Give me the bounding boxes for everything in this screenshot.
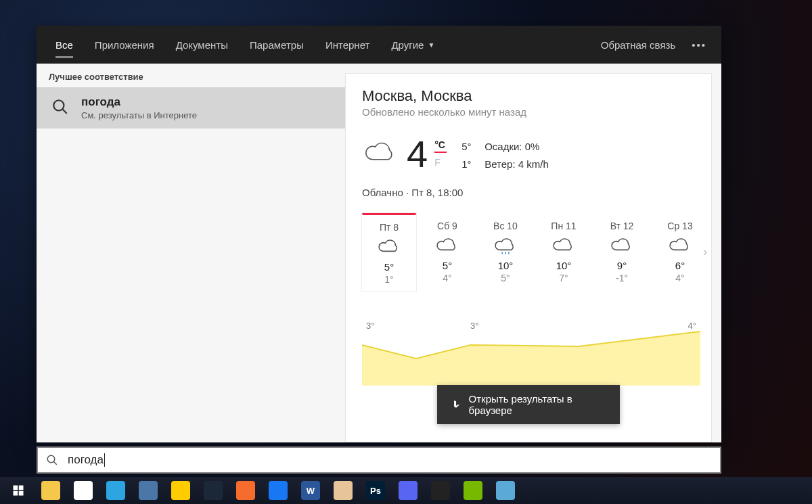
weather-updated: Обновлено несколько минут назад <box>362 106 700 118</box>
origin-icon <box>236 481 255 500</box>
taskbar-notes[interactable] <box>490 477 521 504</box>
search-query: погода <box>68 453 104 467</box>
forecast-day-label: Вт 12 <box>595 221 648 231</box>
search-input[interactable]: погода <box>37 446 721 474</box>
taskbar-paint[interactable] <box>328 477 359 504</box>
forecast-high: 10° <box>479 260 532 271</box>
forecast-day[interactable]: Вс 10 10° 5° <box>478 213 533 291</box>
cloud-icon <box>537 235 590 256</box>
discord-icon <box>399 481 418 500</box>
forecast-low: 7° <box>537 273 590 283</box>
current-weather: 4 °C F 5°Осадки: 0% 1°Ветер: 4 km/h <box>362 135 700 173</box>
search-result[interactable]: погода См. результаты в Интернете <box>37 87 345 129</box>
rain-icon <box>479 235 532 256</box>
unit-celsius[interactable]: °C <box>434 139 447 153</box>
forecast-low: 4° <box>654 273 706 283</box>
taskbar-telegram[interactable] <box>100 477 131 504</box>
condition-line: Облачно · Пт 8, 18:00 <box>362 187 700 198</box>
windows-icon <box>12 484 24 497</box>
notes-icon <box>496 481 515 500</box>
svg-point-5 <box>47 455 55 463</box>
svg-point-0 <box>53 100 64 110</box>
taskbar-obs[interactable] <box>425 477 456 504</box>
taskbar-nvidia[interactable] <box>457 477 489 504</box>
paint-icon <box>334 481 353 500</box>
tab-all[interactable]: Все <box>45 26 84 64</box>
taskbar-file-explorer[interactable] <box>35 477 66 504</box>
file-explorer-icon <box>41 481 60 500</box>
uplay-icon <box>269 481 288 500</box>
chevron-down-icon: ▼ <box>428 41 434 49</box>
telegram-icon <box>106 481 125 500</box>
search-icon <box>46 454 58 466</box>
precip-label: Осадки: 0% <box>484 141 539 152</box>
taskbar-origin[interactable] <box>230 477 261 504</box>
tab-more[interactable]: Другие ▼ <box>380 26 445 64</box>
temp-chart: 3° 3° 4° <box>362 318 700 386</box>
forecast-day-label: Сб 9 <box>421 221 474 231</box>
forecast-high: 9° <box>595 260 648 271</box>
forecast-day[interactable]: Сб 9 5° 4° <box>420 213 474 291</box>
bing-icon <box>452 399 462 410</box>
chart-label: 4° <box>688 321 696 331</box>
cloud-icon <box>595 235 648 256</box>
feedback-link[interactable]: Обратная связь <box>591 39 685 51</box>
svg-rect-10 <box>19 491 24 496</box>
result-subtitle: См. результаты в Интернете <box>81 110 197 120</box>
obs-icon <box>431 481 450 500</box>
result-title: погода <box>81 95 197 109</box>
best-match-heading: Лучшее соответствие <box>37 64 345 87</box>
search-tabs: Все Приложения Документы Параметры Интер… <box>37 26 721 64</box>
taskbar-uplay[interactable] <box>263 477 294 504</box>
photoshop-icon: Ps <box>366 481 385 500</box>
forecast-day[interactable]: Ср 13 6° 4° <box>653 213 707 291</box>
taskbar-word[interactable]: W <box>295 477 326 504</box>
taskbar-discord[interactable] <box>392 477 424 504</box>
forecast-next-arrow[interactable]: › <box>700 241 710 264</box>
forecast-high: 6° <box>654 260 706 271</box>
weather-location: Москва, Москва <box>362 87 700 105</box>
search-icon <box>49 95 72 118</box>
text-cursor <box>104 453 105 467</box>
svg-rect-8 <box>19 486 24 490</box>
forecast-day-label: Вс 10 <box>479 221 532 231</box>
temp-high: 5° <box>461 138 484 156</box>
more-menu-button[interactable]: ••• <box>685 39 713 51</box>
taskbar-yandex[interactable] <box>165 477 196 504</box>
results-pane: Лучшее соответствие погода См. результат… <box>37 64 345 442</box>
forecast-low: 5° <box>479 273 532 283</box>
taskbar-photoshop[interactable]: Ps <box>360 477 391 504</box>
forecast-day[interactable]: Пт 8 5° 1° <box>362 213 416 291</box>
tab-more-label: Другие <box>391 39 424 51</box>
forecast-day-label: Пт 8 <box>363 222 415 233</box>
forecast-high: 10° <box>537 260 590 271</box>
forecast-day[interactable]: Пн 11 10° 7° <box>537 213 591 291</box>
chrome-icon <box>74 481 93 500</box>
open-in-browser-button[interactable]: Открыть результаты в браузере <box>437 385 620 424</box>
tab-settings[interactable]: Параметры <box>239 26 315 64</box>
weather-stats: 5°Осадки: 0% 1°Ветер: 4 km/h <box>461 138 549 173</box>
taskbar-chrome[interactable] <box>68 477 99 504</box>
tab-apps[interactable]: Приложения <box>84 26 165 64</box>
taskbar-vk[interactable] <box>133 477 164 504</box>
word-icon: W <box>301 481 320 500</box>
forecast-high: 5° <box>363 261 415 273</box>
chart-label: 3° <box>366 321 374 331</box>
taskbar-steam[interactable] <box>198 477 229 504</box>
forecast-row: Пт 8 5° 1°Сб 9 5° 4°Вс 10 10° 5°Пн 11 10… <box>362 213 700 291</box>
forecast-day[interactable]: Вт 12 9° -1° <box>595 213 649 291</box>
weather-card: Москва, Москва Обновлено несколько минут… <box>345 73 712 442</box>
unit-fahrenheit[interactable]: F <box>434 157 447 168</box>
wind-label: Ветер: 4 km/h <box>484 158 549 170</box>
tab-internet[interactable]: Интернет <box>315 26 380 64</box>
forecast-day-label: Ср 13 <box>654 221 706 231</box>
taskbar: WPs <box>0 477 812 504</box>
temp-low: 1° <box>461 156 484 173</box>
svg-rect-7 <box>14 486 18 490</box>
svg-line-1 <box>62 109 67 114</box>
svg-rect-9 <box>14 491 18 496</box>
tab-documents[interactable]: Документы <box>165 26 239 64</box>
taskbar-start[interactable] <box>3 477 34 504</box>
cloud-icon <box>362 135 397 173</box>
yandex-icon <box>171 481 190 500</box>
